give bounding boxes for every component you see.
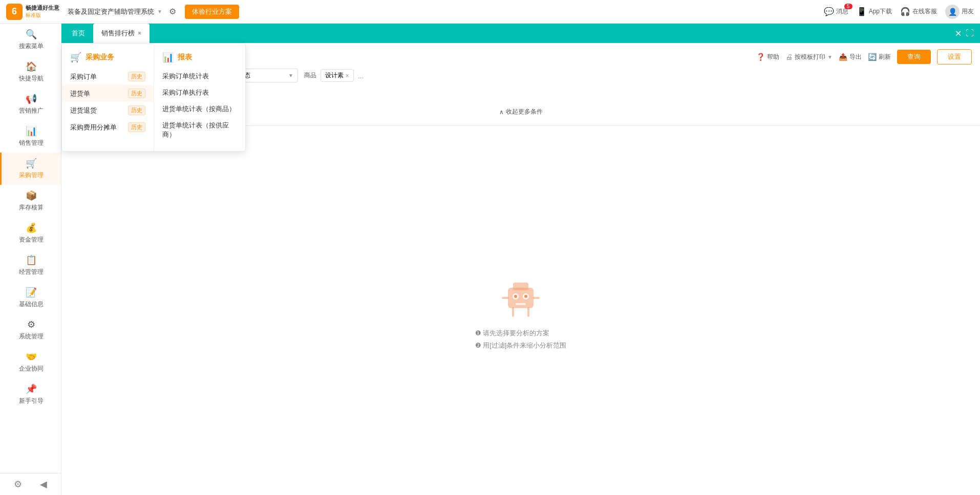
sidebar-item-label: 企业协同 (19, 364, 44, 373)
operation-icon: 📋 (26, 254, 37, 266)
print-arrow-icon: ▼ (827, 54, 833, 60)
export-button[interactable]: 📤 导出 (839, 53, 862, 61)
tab-sales-rank[interactable]: 销售排行榜 × (93, 24, 150, 43)
arrival-history: 历史 (128, 89, 145, 98)
app-download-label: App下载 (869, 7, 892, 16)
dropdown-col-report: 📊 报表 采购订单统计表 采购订单执行表 进货单统计表（按商品） 进货单统计表（… (154, 44, 246, 151)
finance-icon: 💰 (26, 222, 37, 233)
phone-icon: 📱 (857, 7, 867, 16)
sidebar-item-quicknav[interactable]: 🏠 快捷导航 (0, 56, 61, 88)
po-exec-label: 采购订单执行表 (162, 88, 209, 97)
industry-button[interactable]: 体验行业方案 (185, 5, 239, 19)
help-icon: ❓ (756, 53, 765, 61)
sidebar-item-label: 资金管理 (19, 235, 44, 244)
collapse-sidebar-icon[interactable]: ◀ (40, 479, 47, 490)
sidebar-item-label: 系统管理 (19, 332, 44, 341)
help-button[interactable]: ❓ 帮助 (756, 53, 779, 61)
dropdown-col-header-report: 📊 报表 (154, 52, 246, 68)
dropdown-item-return[interactable]: 进货退货 历史 (62, 102, 154, 119)
settings-bottom-icon[interactable]: ⚙ (14, 479, 22, 490)
goods-ellipsis[interactable]: ... (358, 72, 364, 80)
sidebar-item-base[interactable]: 📝 基础信息 (0, 282, 61, 314)
gear-button[interactable]: ⚙ (165, 5, 180, 19)
top-bar: 6 畅捷通好生意 标准版 装备及固定资产辅助管理系统 ▼ ⚙ 体验行业方案 💬 … (0, 0, 980, 24)
sidebar-item-label: 快捷导航 (19, 74, 44, 83)
user-button[interactable]: 👤 用友 (945, 5, 974, 19)
refresh-button[interactable]: 🔄 刷新 (868, 53, 891, 61)
sidebar-item-label: 营销推广 (19, 106, 44, 115)
dropdown-item-expense[interactable]: 采购费用分摊单 历史 (62, 119, 154, 136)
sidebar-item-search[interactable]: 🔍 搜索菜单 (0, 24, 61, 56)
online-service-button[interactable]: 🎧 在线客服 (900, 7, 937, 16)
sidebar-item-operation[interactable]: 📋 经营管理 (0, 249, 61, 282)
dropdown-item-purchase-order[interactable]: 采购订单 历史 (62, 68, 154, 85)
goods-tag-close[interactable]: × (346, 72, 349, 79)
purchase-icon: 🛒 (26, 158, 37, 169)
top-right: 💬 消息 5 📱 App下载 🎧 在线客服 👤 用友 (824, 5, 974, 19)
sidebar-item-label: 新手引导 (19, 397, 44, 405)
svg-point-4 (514, 295, 517, 298)
dropdown-item-arrival-stat-supplier[interactable]: 进货单统计表（按供应商） (154, 117, 246, 143)
sales-icon: 📊 (26, 125, 37, 137)
home-icon: 🏠 (26, 61, 37, 72)
message-icon: 💬 (824, 7, 834, 16)
empty-hint-2: ❷ 用[过滤]条件来缩小分析范围 (475, 339, 567, 351)
logo-line1: 畅捷通好生意 (26, 4, 59, 12)
sidebar-item-purchase[interactable]: 🛒 采购管理 (0, 153, 61, 185)
dropdown-item-po-stat[interactable]: 采购订单统计表 (154, 68, 246, 84)
collapse-up-icon: ∧ (499, 109, 504, 116)
sidebar-item-label: 库存核算 (19, 203, 44, 212)
sidebar-bottom: ⚙ ◀ (0, 473, 61, 495)
sidebar: 🔍 搜索菜单 🏠 快捷导航 📢 营销推广 📊 销售管理 🛒 采购管理 📦 库存核… (0, 24, 61, 495)
dropdown-col-header-purchase: 🛒 采购业务 (62, 52, 154, 68)
purchase-col-label: 采购业务 (86, 53, 114, 62)
goods-filter: 商品 设计素 × ... (304, 69, 364, 82)
message-badge: 5 (844, 4, 853, 9)
dropdown-item-po-exec[interactable]: 采购订单执行表 (154, 84, 246, 101)
sidebar-item-marketing[interactable]: 📢 营销推广 (0, 88, 61, 120)
marketing-icon: 📢 (26, 93, 37, 104)
sidebar-item-inventory[interactable]: 📦 库存核算 (0, 185, 61, 217)
expense-history: 历史 (128, 122, 145, 132)
inventory-icon: 📦 (26, 190, 37, 201)
arrival-stat-supplier-label: 进货单统计表（按供应商） (162, 121, 238, 139)
sidebar-item-cooperation[interactable]: 🤝 企业协同 (0, 346, 61, 378)
sidebar-item-guide[interactable]: 📌 新手引导 (0, 378, 61, 411)
refresh-label: 刷新 (879, 53, 891, 61)
sidebar-item-sales[interactable]: 📊 销售管理 (0, 120, 61, 153)
expense-label: 采购费用分摊单 (70, 123, 117, 132)
sidebar-item-system[interactable]: ⚙ 系统管理 (0, 314, 61, 346)
arrival-label: 进货单 (70, 89, 90, 98)
headset-icon: 🎧 (900, 7, 910, 16)
tab-home-label: 首页 (72, 29, 85, 38)
goods-tag: 设计素 × (321, 69, 354, 82)
svg-rect-6 (516, 303, 526, 305)
dropdown-menu: 🛒 采购业务 采购订单 历史 进货单 历史 进货退货 历史 采购费用分摊单 历史… (61, 43, 246, 152)
sidebar-item-finance[interactable]: 💰 资金管理 (0, 217, 61, 249)
system-title[interactable]: 装备及固定资产辅助管理系统 ▼ (68, 7, 162, 16)
sidebar-item-label: 经营管理 (19, 268, 44, 276)
app-download-button[interactable]: 📱 App下载 (857, 7, 892, 16)
tab-close-icon[interactable]: × (138, 30, 141, 37)
tab-expand-icon[interactable]: ⛶ (966, 29, 974, 38)
dropdown-item-arrival-stat-goods[interactable]: 进货单统计表（按商品） (154, 101, 246, 117)
query-button[interactable]: 查询 (897, 50, 931, 64)
export-icon: 📤 (839, 53, 847, 61)
dropdown-item-arrival[interactable]: 进货单 历史 (62, 85, 154, 102)
print-label: 按模板打印 (795, 53, 825, 61)
arrival-stat-goods-label: 进货单统计表（按商品） (162, 104, 236, 114)
logo-badge: 标准版 (26, 12, 59, 19)
set-button[interactable]: 设置 (937, 49, 972, 64)
tab-close-all-icon[interactable]: ✕ (955, 29, 962, 38)
empty-hints: ❶ 请先选择要分析的方案 ❷ 用[过滤]条件来缩小分析范围 (475, 327, 567, 351)
print-button[interactable]: 🖨 按模板打印 ▼ (785, 53, 833, 61)
system-title-text: 装备及固定资产辅助管理系统 (68, 7, 154, 16)
tab-home[interactable]: 首页 (63, 24, 93, 43)
refresh-icon: 🔄 (868, 53, 877, 61)
avatar: 👤 (945, 5, 960, 19)
purchase-order-history: 历史 (128, 72, 145, 81)
return-history: 历史 (128, 105, 145, 115)
empty-illustration (495, 270, 546, 321)
message-button[interactable]: 💬 消息 5 (824, 7, 848, 16)
goods-label: 商品 (304, 71, 316, 80)
